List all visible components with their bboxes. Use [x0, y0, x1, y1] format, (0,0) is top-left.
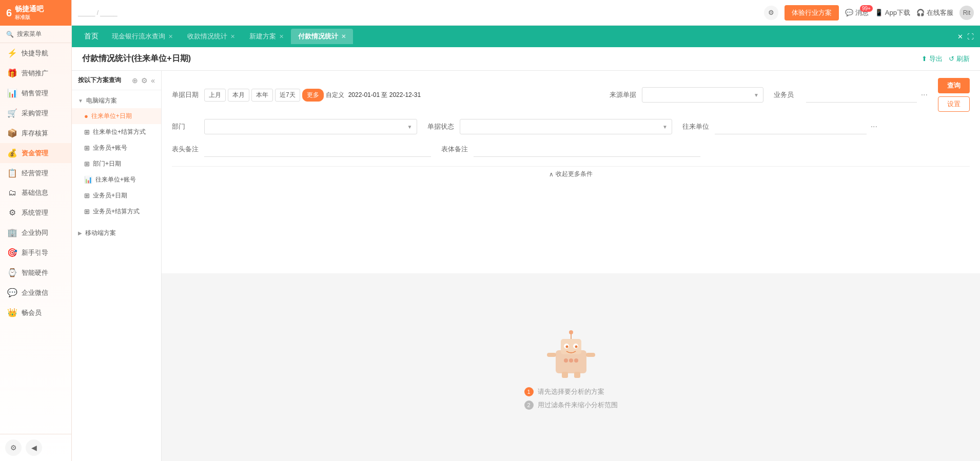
receipt-tab-close[interactable]: ✕ — [230, 33, 235, 40]
svg-point-5 — [575, 345, 577, 348]
scheme-item-salesman-settlement[interactable]: ⊞ 业务员+结算方式 — [72, 204, 161, 219]
collapse-conditions-btn[interactable]: ∧ 收起更多条件 — [172, 166, 970, 182]
filter-area: 单据日期 上月 本月 本年 近7天 更多 自定义 2022-01-01 至 20… — [162, 71, 980, 273]
sidebar-settings-btn[interactable]: ⚙ — [5, 439, 22, 456]
sidebar-collapse-btn[interactable]: ◀ — [26, 439, 42, 456]
sidebar: 6 畅捷通吧 标准版 🔍 搜索菜单 ⚡ 快捷导航 🎁 营销推广 📊 销售管理 🛒… — [0, 0, 72, 461]
svg-point-12 — [574, 358, 578, 363]
notification-btn[interactable]: 💬 消息 99+ — [845, 8, 869, 17]
basic-icon: 🗂 — [7, 188, 17, 197]
salesman-dots[interactable]: ··· — [921, 90, 928, 99]
sidebar-item-quick-nav[interactable]: ⚡ 快捷导航 — [0, 43, 71, 63]
new-scheme-tab-close[interactable]: ✕ — [279, 33, 284, 40]
doc-status-select[interactable]: ▼ — [460, 119, 673, 134]
query-btn[interactable]: 查询 — [938, 78, 970, 93]
date-btn-last-month[interactable]: 上月 — [204, 89, 226, 102]
svg-rect-14 — [574, 372, 580, 378]
source-select[interactable]: ▼ — [642, 87, 763, 103]
scheme-item-counterpart-date[interactable]: ● 往来单位+日期 — [72, 108, 161, 124]
body-note-input[interactable] — [474, 142, 700, 157]
sidebar-item-operation[interactable]: 📋 经营管理 — [0, 163, 71, 183]
scheme-item-salesman-account[interactable]: ⊞ 业务员+账号 — [72, 140, 161, 156]
dept-filter-field: 部门 ▼ — [172, 119, 417, 134]
sidebar-item-member[interactable]: 👑 畅会员 — [0, 303, 71, 323]
scheme-item-label: 业务员+账号 — [93, 144, 127, 152]
counterpart-dots[interactable]: ··· — [871, 122, 877, 131]
inventory-icon: 📦 — [7, 128, 17, 138]
sidebar-item-weixin[interactable]: 💬 企业微信 — [0, 283, 71, 303]
scheme-collapse-icon[interactable]: « — [151, 76, 155, 85]
payment-stat-tab-close[interactable]: ✕ — [341, 33, 346, 40]
trial-btn[interactable]: 体验行业方案 — [785, 5, 839, 21]
online-service-btn[interactable]: 🎧 在线客服 — [916, 8, 953, 17]
scheme-icon: ⊞ — [84, 128, 90, 136]
scheme-item-label: 往来单位+结算方式 — [93, 128, 146, 136]
sidebar-item-purchase[interactable]: 🛒 采购管理 — [0, 103, 71, 123]
tab-new-scheme[interactable]: 新建方案 ✕ — [242, 29, 291, 44]
sidebar-item-marketing[interactable]: 🎁 营销推广 — [0, 63, 71, 83]
tip-num-2: 2 — [524, 400, 534, 410]
salesman-label: 业务员 — [774, 90, 802, 99]
scheme-item-salesman-date[interactable]: ⊞ 业务员+日期 — [72, 188, 161, 204]
close-all-icon[interactable]: ✕ — [957, 33, 963, 41]
scheme-item-dept-date[interactable]: ⊞ 部门+日期 — [72, 156, 161, 172]
sidebar-item-sales[interactable]: 📊 销售管理 — [0, 83, 71, 103]
export-btn[interactable]: ⬆ 导出 — [922, 54, 943, 64]
body-note-filter-field: 表体备注 — [441, 142, 700, 157]
svg-point-7 — [569, 330, 573, 334]
refresh-btn[interactable]: ↺ 刷新 — [949, 54, 970, 64]
sidebar-item-basic[interactable]: 🗂 基础信息 — [0, 183, 71, 203]
filter-row-3: 表头备注 表体备注 — [172, 142, 970, 157]
page-title: 付款情况统计(往来单位+日期) — [82, 53, 191, 64]
new-scheme-tab-label: 新建方案 — [249, 32, 276, 41]
date-btn-more[interactable]: 更多 — [302, 89, 324, 102]
sidebar-item-label: 经营管理 — [22, 169, 48, 178]
active-scheme-icon: ● — [84, 112, 88, 120]
salesman-filter-field: 业务员 ··· — [774, 87, 928, 103]
scheme-header: 按以下方案查询 ⊕ ⚙ « — [72, 71, 161, 90]
sidebar-item-label: 资金管理 — [22, 149, 48, 158]
sidebar-item-label: 采购管理 — [22, 109, 48, 118]
tab-bank[interactable]: 现金银行流水查询 ✕ — [105, 29, 180, 44]
date-btn-7days[interactable]: 近7天 — [275, 89, 300, 102]
scheme-item-counterpart-account[interactable]: 📊 往来单位+账号 — [72, 172, 161, 188]
scheme-add-icon[interactable]: ⊕ — [132, 76, 138, 85]
home-tab-label: 首页 — [84, 32, 99, 41]
sidebar-bottom: ⚙ ◀ — [0, 434, 71, 461]
scheme-item-counterpart-settlement[interactable]: ⊞ 往来单位+结算方式 — [72, 124, 161, 140]
scheme-settings-icon[interactable]: ⚙ — [141, 76, 148, 85]
sidebar-item-system[interactable]: ⚙ 系统管理 — [0, 203, 71, 223]
tab-home[interactable]: 首页 — [78, 29, 105, 44]
header-note-input[interactable] — [204, 142, 431, 157]
sidebar-item-hardware[interactable]: ⌚ 智能硬件 — [0, 263, 71, 283]
user-avatar[interactable]: Rit — [959, 6, 974, 20]
date-btn-this-month[interactable]: 本月 — [228, 89, 249, 102]
bank-tab-close[interactable]: ✕ — [168, 33, 173, 40]
source-filter-field: 来源单据 ▼ — [610, 87, 763, 103]
main-area: _____ / _____ ⚙ 体验行业方案 💬 消息 99+ 📱 App下载 … — [72, 0, 980, 461]
sidebar-item-finance[interactable]: 💰 资金管理 — [0, 143, 71, 163]
maximize-icon[interactable]: ⛶ — [967, 33, 974, 41]
topbar-settings-icon[interactable]: ⚙ — [764, 6, 778, 20]
date-btn-this-year[interactable]: 本年 — [251, 89, 273, 102]
guide-icon: 🎯 — [7, 248, 17, 257]
settings-btn[interactable]: 设置 — [938, 96, 970, 112]
sidebar-item-inventory[interactable]: 📦 库存核算 — [0, 123, 71, 143]
bank-tab-label: 现金银行流水查询 — [112, 32, 165, 41]
scheme-group-mobile-header[interactable]: ▶ 移动端方案 — [72, 226, 161, 240]
scheme-icon: ⊞ — [84, 144, 90, 152]
search-menu[interactable]: 🔍 搜索菜单 — [0, 26, 71, 43]
scheme-group-pc-header[interactable]: ▼ 电脑端方案 — [72, 93, 161, 108]
tab-payment-stat[interactable]: 付款情况统计 ✕ — [291, 29, 353, 44]
tab-receipt[interactable]: 收款情况统计 ✕ — [180, 29, 242, 44]
sidebar-item-enterprise[interactable]: 🏢 企业协同 — [0, 223, 71, 243]
tip-text-1: 请先选择要分析的方案 — [538, 387, 604, 396]
source-label: 来源单据 — [610, 90, 638, 99]
source-arrow-icon: ▼ — [754, 92, 759, 98]
app-download-btn[interactable]: 📱 App下载 — [875, 8, 910, 17]
date-custom-btn[interactable]: 自定义 — [326, 91, 344, 99]
dept-select[interactable]: ▼ — [204, 119, 417, 134]
topbar: _____ / _____ ⚙ 体验行业方案 💬 消息 99+ 📱 App下载 … — [72, 0, 980, 26]
sales-icon: 📊 — [7, 88, 17, 98]
sidebar-item-guide[interactable]: 🎯 新手引导 — [0, 243, 71, 263]
